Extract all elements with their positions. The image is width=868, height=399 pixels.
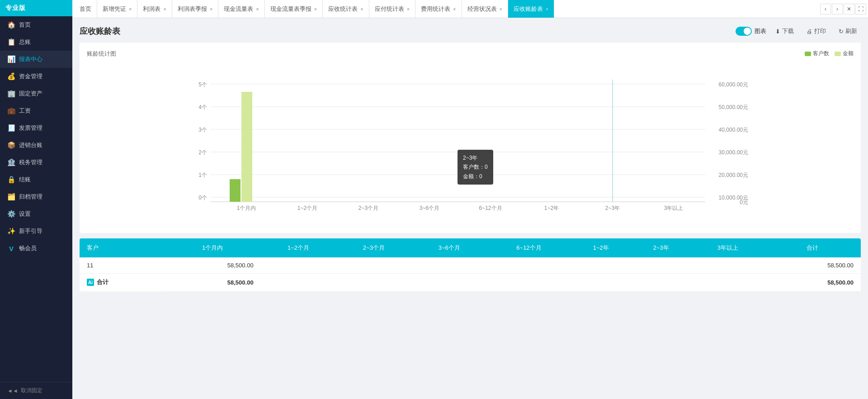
sidebar-item-settings[interactable]: ⚙️ 设置 [0, 205, 72, 223]
sidebar-item-membership[interactable]: V 畅会员 [0, 240, 72, 257]
chart-svg-wrapper: 5个 4个 3个 2个 1个 0个 60,000.00元 50,000.00元 … [87, 62, 854, 226]
tab-maximize-button[interactable]: ⛶ [855, 4, 866, 14]
tab-profit-label: 利润表 [143, 5, 160, 13]
tab-profit-close[interactable]: × [163, 6, 166, 12]
sidebar-item-reports[interactable]: 📊 报表中心 [0, 51, 72, 68]
assets-icon: 🏢 [7, 90, 15, 98]
refresh-button[interactable]: ↻ 刷新 [835, 25, 861, 37]
tab-cashflow-close[interactable]: × [256, 6, 259, 12]
total-y2-3 [631, 274, 691, 292]
print-button[interactable]: 🖨 打印 [803, 25, 830, 37]
sidebar-item-inventory[interactable]: 📦 进销台账 [0, 137, 72, 154]
sidebar-item-home[interactable]: 🏠 首页 [0, 16, 72, 33]
svg-text:2~3年: 2~3年 [605, 205, 620, 211]
tab-voucher[interactable]: 新增凭证 × [97, 0, 137, 18]
funds-icon: 💰 [7, 72, 15, 81]
tab-business[interactable]: 经营状况表 × [462, 0, 508, 18]
tab-profit[interactable]: 利润表 × [137, 0, 172, 18]
sidebar-item-archive[interactable]: 🗂️ 归档管理 [0, 188, 72, 205]
sidebar-item-salary[interactable]: 💼 工资 [0, 102, 72, 119]
tab-cashflow-quarter[interactable]: 现金流量表季报 × [265, 0, 323, 18]
download-button[interactable]: ⬇ 下载 [772, 25, 797, 37]
svg-text:30,000.00元: 30,000.00元 [719, 149, 748, 156]
sidebar-item-tax[interactable]: 🏦 税务管理 [0, 154, 72, 171]
toggle-track[interactable] [736, 27, 752, 36]
svg-text:6~12个月: 6~12个月 [479, 205, 502, 211]
unpin-button[interactable]: ◄◄ 取消固定 [0, 382, 72, 399]
sidebar-item-label: 结账 [19, 176, 31, 184]
cell-y3plus [691, 257, 764, 274]
data-table: 客户 1个月内 1~2个月 2~3个月 3~6个月 6~12个月 1~2年 2~… [80, 238, 861, 292]
sidebar-item-label: 归档管理 [19, 193, 42, 201]
legend-amount-label: 金额 [843, 50, 854, 57]
legend-customer-label: 客户数 [813, 50, 829, 57]
bar-amount-0 [241, 92, 252, 202]
tab-next-button[interactable]: › [832, 4, 843, 14]
unpin-icon: ◄◄ [7, 388, 18, 394]
svg-text:3个: 3个 [198, 127, 207, 133]
sidebar-item-invoice[interactable]: 🧾 发票管理 [0, 119, 72, 137]
sidebar-item-label: 固定资产 [19, 90, 42, 98]
tab-expense[interactable]: 费用统计表 × [415, 0, 462, 18]
salary-icon: 💼 [7, 107, 15, 115]
print-icon: 🖨 [807, 28, 812, 35]
legend-customer-color [805, 52, 811, 56]
chart-toggle[interactable]: 图表 [736, 27, 766, 36]
invoice-icon: 🧾 [7, 124, 15, 132]
membership-icon: V [7, 245, 15, 252]
sidebar-item-label: 设置 [19, 210, 31, 218]
download-label: 下载 [782, 27, 794, 35]
sidebar-item-assets[interactable]: 🏢 固定资产 [0, 85, 72, 102]
cell-y2-3 [631, 257, 691, 274]
sidebar-item-ledger[interactable]: 📋 总账 [0, 33, 72, 51]
sidebar-item-label: 总账 [19, 38, 31, 46]
tab-ar-stats-close[interactable]: × [360, 6, 363, 12]
main-content: 首页 新增凭证 × 利润表 × 利润表季报 × 现金流量表 × 现金流量表季报 … [72, 0, 868, 399]
inventory-icon: 📦 [7, 141, 15, 149]
sidebar-item-guide[interactable]: ✨ 新手引导 [0, 223, 72, 240]
tab-profit-quarter[interactable]: 利润表季报 × [172, 0, 218, 18]
sidebar-item-label: 新手引导 [19, 227, 42, 235]
tab-cashflow[interactable]: 现金流量表 × [218, 0, 264, 18]
svg-text:20,000.00元: 20,000.00元 [719, 172, 748, 178]
tab-profit-quarter-close[interactable]: × [210, 6, 212, 12]
tab-bar: 首页 新增凭证 × 利润表 × 利润表季报 × 现金流量表 × 现金流量表季报 … [72, 0, 868, 18]
tab-business-close[interactable]: × [500, 6, 502, 12]
tab-prev-button[interactable]: ‹ [820, 4, 831, 14]
tab-ap-stats-close[interactable]: × [407, 6, 410, 12]
cell-m6-12 [487, 257, 571, 274]
svg-text:50,000.00元: 50,000.00元 [719, 104, 748, 110]
sidebar-item-label: 畅会员 [19, 244, 37, 252]
sidebar-item-closing[interactable]: 🔒 结账 [0, 171, 72, 188]
col-header-customer: 客户 [80, 238, 165, 257]
tab-voucher-close[interactable]: × [129, 6, 132, 12]
svg-text:1个: 1个 [198, 172, 207, 178]
legend-customer: 客户数 [805, 50, 829, 57]
tab-ar-aging-close[interactable]: × [546, 6, 548, 12]
tab-profit-quarter-label: 利润表季报 [178, 5, 207, 13]
col-header-m1-2: 1~2个月 [261, 238, 336, 257]
sidebar-item-label: 资金管理 [19, 72, 42, 81]
svg-text:0个: 0个 [198, 195, 207, 201]
tab-close-all-button[interactable]: ✕ [844, 4, 854, 14]
svg-text:4个: 4个 [198, 104, 207, 110]
total-m1: 58,500.00 [165, 274, 261, 292]
tab-ap-stats[interactable]: 应付统计表 × [369, 0, 415, 18]
tab-ar-stats[interactable]: 应收统计表 × [323, 0, 369, 18]
sidebar-item-label: 税务管理 [19, 158, 42, 166]
sidebar-item-funds[interactable]: 💰 资金管理 [0, 68, 72, 85]
svg-text:3~6个月: 3~6个月 [420, 205, 439, 211]
legend-amount: 金额 [835, 50, 854, 57]
total-m3-6 [411, 274, 487, 292]
chart-container: 账龄统计图 客户数 金额 5个 4个 3个 2个 [80, 43, 861, 233]
tab-home[interactable]: 首页 [74, 0, 97, 18]
col-header-m2-3: 2~3个月 [336, 238, 411, 257]
svg-text:60,000.00元: 60,000.00元 [719, 81, 748, 88]
svg-text:1~2年: 1~2年 [544, 205, 559, 211]
download-icon: ⬇ [775, 28, 780, 35]
refresh-label: 刷新 [845, 27, 857, 35]
tab-ar-aging[interactable]: 应收账龄表 × [508, 0, 554, 18]
tab-cashflow-quarter-close[interactable]: × [314, 6, 317, 12]
total-m2-3 [336, 274, 411, 292]
tab-expense-close[interactable]: × [453, 6, 456, 12]
